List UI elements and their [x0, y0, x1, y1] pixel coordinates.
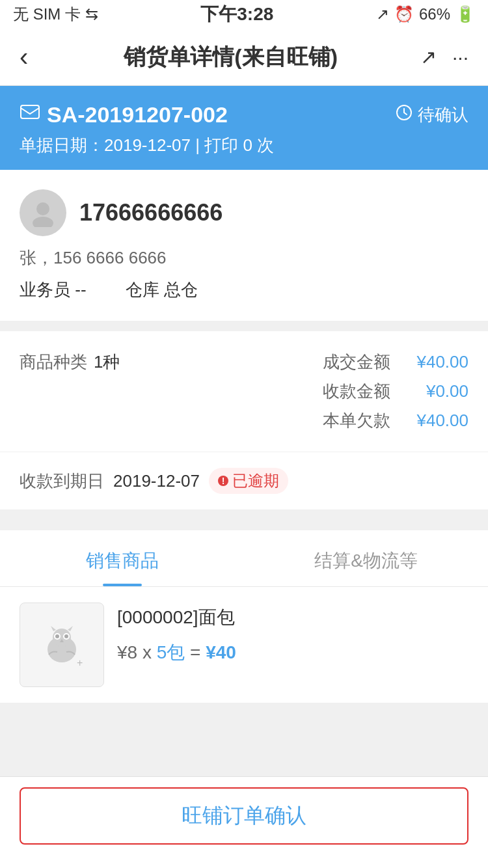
due-date-value: 2019-12-07 — [113, 471, 200, 491]
share-icon[interactable]: ↗ — [420, 46, 437, 68]
amount-row: 成交金额 ¥40.00 — [323, 351, 468, 373]
tab-settlement[interactable]: 结算&物流等 — [244, 530, 488, 586]
status-bar-left: 无 SIM 卡 ⇆ — [13, 4, 98, 25]
nav-actions: ↗ ··· — [420, 46, 468, 68]
customer-avatar — [20, 189, 66, 236]
sim-label: 无 SIM 卡 ⇆ — [13, 4, 98, 25]
status-bar: 无 SIM 卡 ⇆ 下午3:28 ↗ ⏰ 66% 🔋 — [0, 0, 488, 29]
product-type-label: 商品种类 — [20, 351, 87, 373]
battery-label: 66% — [419, 5, 450, 23]
customer-name-phone: 张，156 6666 6666 — [20, 247, 468, 269]
order-status: 待确认 — [396, 103, 468, 126]
due-date-section: 收款到期日 2019-12-07 ! 已逾期 — [0, 452, 488, 509]
wangpu-confirm-button[interactable]: 旺铺订单确认 — [20, 787, 468, 845]
svg-point-2 — [36, 202, 49, 215]
svg-point-7 — [55, 634, 59, 638]
product-price-row: ¥8 x 5包 = ¥40 — [117, 640, 468, 665]
product-item: + [0000002]面包 ¥8 x 5包 = ¥40 — [20, 603, 468, 687]
customer-section: 17666666666 张，156 6666 6666 业务员 -- 仓库 总仓 — [0, 170, 488, 321]
due-date-label: 收款到期日 — [20, 470, 104, 493]
warehouse-label: 仓库 — [126, 280, 159, 299]
amount-value: ¥40.00 — [403, 352, 468, 372]
svg-point-3 — [33, 217, 53, 227]
product-list: + [0000002]面包 ¥8 x 5包 = ¥40 — [0, 587, 488, 703]
received-label: 收款金额 — [323, 380, 390, 403]
salesperson-label: 业务员 — [20, 280, 70, 299]
tabs-bar: 销售商品 结算&物流等 — [0, 530, 488, 587]
product-name: [0000002]面包 — [117, 605, 468, 630]
svg-text:+: + — [77, 657, 83, 668]
location-icon: ↗ — [376, 5, 389, 23]
amount-summary: 成交金额 ¥40.00 收款金额 ¥0.00 本单欠款 ¥40.00 — [323, 351, 468, 432]
back-button[interactable]: ‹ — [20, 42, 41, 72]
section-divider-2 — [0, 509, 488, 520]
customer-phone: 17666666666 — [79, 199, 223, 226]
owed-row: 本单欠款 ¥40.00 — [323, 409, 468, 432]
product-info: [0000002]面包 ¥8 x 5包 = ¥40 — [117, 603, 468, 665]
bottom-bar: 旺铺订单确认 — [0, 776, 488, 868]
more-icon[interactable]: ··· — [452, 46, 468, 68]
salesperson-field: 业务员 -- — [20, 278, 87, 301]
svg-marker-12 — [68, 626, 73, 631]
section-divider-1 — [0, 321, 488, 331]
received-row: 收款金额 ¥0.00 — [323, 380, 468, 403]
overdue-dot-icon: ! — [218, 476, 228, 486]
summary-section: 商品种类 1种 成交金额 ¥40.00 收款金额 ¥0.00 本单欠款 ¥40.… — [0, 331, 488, 452]
warehouse-field: 仓库 总仓 — [126, 278, 198, 301]
order-header-banner: SA-20191207-002 待确认 单据日期：2019-12-07 | 打印… — [0, 86, 488, 170]
product-price: ¥8 — [117, 642, 137, 662]
warehouse-value: 总仓 — [164, 280, 198, 299]
product-multiply: x — [142, 642, 157, 662]
tab-sales-product[interactable]: 销售商品 — [0, 530, 244, 586]
product-qty: 5包 — [157, 642, 185, 662]
product-type-value: 1种 — [94, 351, 120, 373]
battery-icon: 🔋 — [455, 5, 475, 23]
order-date-print: 单据日期：2019-12-07 | 打印 0 次 — [20, 134, 468, 157]
svg-marker-11 — [51, 626, 56, 631]
clock-icon — [396, 104, 413, 126]
product-image: + — [20, 603, 104, 687]
page-title: 销货单详情(来自旺铺) — [41, 42, 420, 72]
product-equals: = — [190, 642, 206, 662]
svg-point-9 — [64, 634, 68, 638]
alarm-icon: ⏰ — [394, 5, 414, 23]
owed-label: 本单欠款 — [323, 409, 390, 432]
product-type-group: 商品种类 1种 — [20, 351, 323, 373]
salesperson-value: -- — [75, 280, 86, 299]
product-total: ¥40 — [206, 642, 236, 662]
overdue-badge: ! 已逾期 — [209, 468, 288, 494]
owed-value: ¥40.00 — [403, 411, 468, 431]
customer-meta: 业务员 -- 仓库 总仓 — [20, 278, 468, 301]
svg-rect-0 — [21, 105, 39, 118]
status-bar-time: 下午3:28 — [200, 2, 273, 27]
nav-bar: ‹ 销货单详情(来自旺铺) ↗ ··· — [0, 29, 488, 86]
overdue-text: 已逾期 — [232, 470, 279, 491]
order-id: SA-20191207-002 — [20, 102, 228, 128]
status-bar-right: ↗ ⏰ 66% 🔋 — [376, 5, 475, 23]
received-value: ¥0.00 — [403, 381, 468, 401]
order-icon — [20, 102, 40, 128]
amount-label: 成交金额 — [323, 351, 390, 373]
